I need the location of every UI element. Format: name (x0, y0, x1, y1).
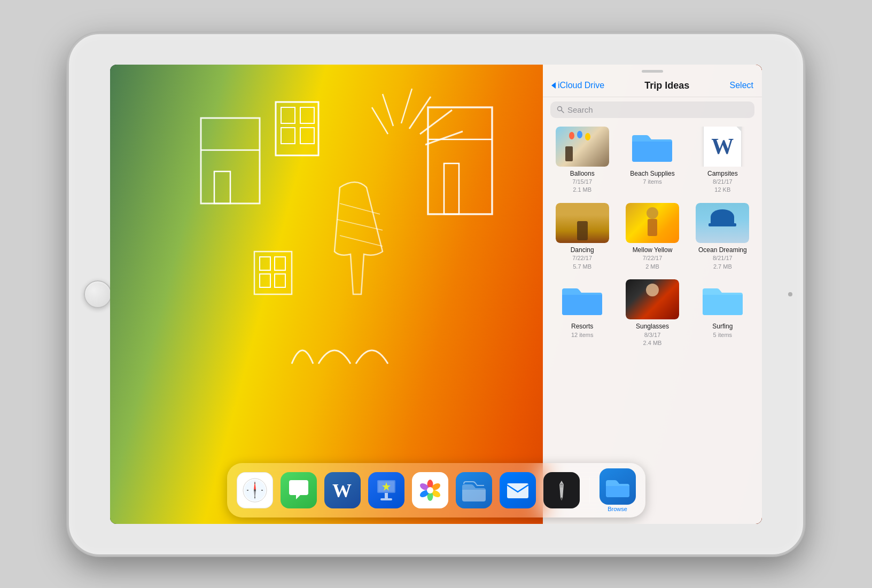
file-item-resorts[interactable]: Resorts 12 items (549, 279, 615, 347)
file-thumb-ocean-dreaming (696, 203, 749, 243)
file-thumb-campsites: W (696, 127, 749, 167)
dock-browse-button[interactable]: Browse (600, 468, 636, 512)
svg-text:W: W (332, 480, 352, 501)
word-doc-campsites: W (703, 127, 742, 167)
file-thumb-dancing (556, 203, 609, 243)
folder-icon-resorts (559, 281, 605, 318)
svg-line-26 (562, 111, 564, 113)
folder-icon-surfing (700, 281, 745, 318)
select-button[interactable]: Select (730, 81, 753, 90)
file-name-surfing: Surfing (712, 323, 733, 331)
panel-title: Trip Ideas (644, 80, 689, 91)
file-name-beach-supplies: Beach Supplies (630, 170, 674, 178)
file-meta-ocean-dreaming: 8/21/17 2.7 MB (713, 254, 733, 271)
file-thumb-beach-supplies (626, 127, 679, 167)
file-name-ocean-dreaming: Ocean Dreaming (698, 246, 747, 255)
dock-icon-files[interactable] (456, 472, 492, 508)
svg-rect-42 (380, 498, 392, 500)
svg-rect-41 (385, 493, 388, 498)
dock-icon-pencil[interactable] (543, 472, 580, 508)
pencil-app-icon (549, 478, 574, 503)
dock-container: W (115, 463, 757, 518)
photos-app-icon (416, 476, 445, 505)
file-item-surfing[interactable]: Surfing 5 items (690, 279, 756, 347)
file-name-mellow-yellow: Mellow Yellow (633, 246, 673, 255)
search-placeholder: Search (567, 105, 593, 114)
dock-icon-keynote[interactable] (368, 472, 404, 508)
dock-icon-safari[interactable] (237, 472, 273, 508)
back-button[interactable]: iCloud Drive (551, 81, 604, 90)
files-app-icon (460, 476, 488, 505)
file-meta-surfing: 5 items (713, 331, 732, 339)
file-name-balloons: Balloons (570, 170, 595, 178)
file-meta-balloons: 7/15/17 2.1 MB (572, 178, 592, 194)
dock-divider (589, 477, 590, 504)
mail-app-icon (505, 478, 530, 503)
home-button[interactable] (84, 280, 112, 308)
file-item-campsites[interactable]: W Campsites 8/21/17 12 KB (690, 127, 756, 194)
word-w-icon: W (711, 135, 734, 158)
file-name-resorts: Resorts (571, 323, 593, 331)
file-thumb-sunglasses (626, 279, 679, 319)
file-item-ocean-dreaming[interactable]: Ocean Dreaming 8/21/17 2.7 MB (690, 203, 756, 271)
dock-icon-word[interactable]: W (324, 472, 361, 508)
file-meta-resorts: 12 items (571, 331, 594, 339)
dock-icon-browse (600, 468, 636, 505)
file-item-dancing[interactable]: Dancing 7/22/17 5.7 MB (549, 203, 615, 271)
browse-folder-icon (604, 473, 632, 500)
file-meta-campsites: 8/21/17 12 KB (713, 178, 733, 194)
chevron-left-icon (551, 82, 556, 89)
search-icon (557, 106, 564, 113)
dock: W (227, 463, 645, 518)
file-item-sunglasses[interactable]: Sunglasses 8/3/17 2.4 MB (619, 279, 685, 347)
file-thumb-surfing (696, 279, 749, 319)
safari-app-icon (240, 475, 270, 505)
keynote-app-icon (374, 478, 399, 503)
file-meta-sunglasses: 8/3/17 2.4 MB (643, 331, 662, 348)
files-panel: iCloud Drive Trip Ideas Select Search (543, 65, 762, 524)
file-name-dancing: Dancing (571, 246, 594, 255)
svg-point-32 (254, 489, 256, 491)
file-item-balloons[interactable]: Balloons 7/15/17 2.1 MB (549, 127, 615, 194)
folder-icon-beach-supplies (629, 128, 675, 165)
browse-label: Browse (608, 506, 627, 512)
file-thumb-resorts (556, 279, 609, 319)
word-app-icon: W (329, 477, 356, 504)
dock-icon-messages[interactable] (281, 472, 317, 508)
file-name-campsites: Campsites (707, 170, 738, 178)
file-meta-dancing: 7/22/17 5.7 MB (572, 254, 592, 271)
ipad-screen: iCloud Drive Trip Ideas Select Search (110, 65, 762, 524)
dock-icon-mail[interactable] (500, 472, 536, 508)
file-meta-mellow-yellow: 7/22/17 2 MB (643, 254, 663, 271)
search-bar[interactable]: Search (550, 101, 754, 118)
file-name-sunglasses: Sunglasses (636, 323, 669, 331)
svg-point-51 (427, 487, 433, 493)
file-thumb-mellow-yellow (626, 203, 679, 243)
side-sensor (788, 292, 792, 296)
file-item-beach-supplies[interactable]: Beach Supplies 7 items (619, 127, 685, 194)
ipad-frame: iCloud Drive Trip Ideas Select Search (67, 33, 805, 556)
dock-icon-photos[interactable] (412, 472, 448, 508)
file-thumb-balloons (556, 127, 609, 167)
back-label: iCloud Drive (558, 81, 604, 90)
file-meta-beach-supplies: 7 items (643, 178, 661, 186)
file-item-mellow-yellow[interactable]: Mellow Yellow 7/22/17 2 MB (619, 203, 685, 271)
panel-header: iCloud Drive Trip Ideas Select (543, 76, 762, 97)
svg-rect-52 (507, 483, 528, 498)
svg-rect-54 (560, 485, 563, 488)
messages-app-icon (286, 478, 311, 503)
panel-handle (642, 70, 663, 73)
